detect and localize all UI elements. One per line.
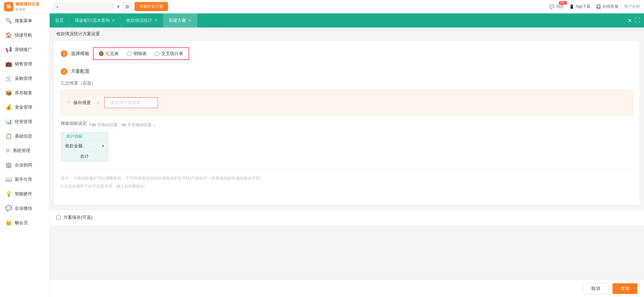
sidebar-item-system[interactable]: ⚙ 系统管理 — [0, 143, 49, 158]
dropdown-icon[interactable]: ▾ — [117, 3, 120, 10]
metric-dropdown-icon[interactable]: ▾ — [102, 144, 104, 148]
tab-bank-flow-close[interactable]: ✕ — [112, 18, 115, 23]
sidebar-item-inventory[interactable]: 📦 库存核算 — [0, 86, 49, 100]
sidebar-item-search[interactable]: 🔍 搜索菜单 — [0, 13, 49, 28]
arrow-icon: → — [95, 100, 100, 106]
footer-bar: 取消 查询 — [50, 280, 644, 297]
tab-bank-flow[interactable]: 现金银行流水查询 ✕ — [69, 13, 121, 28]
management-icon: 📊 — [5, 118, 12, 125]
service-icon: 🎧 — [596, 4, 601, 9]
gear-button[interactable]: ⚙ — [122, 2, 132, 11]
page-title: 收款情况统计方案设置 — [50, 28, 644, 40]
radio-cross-label: 交叉统计表 — [161, 51, 183, 57]
sidebar-item-wechat[interactable]: 💬 企业微信 — [0, 201, 49, 215]
top-header: 畅 畅捷通好生意 标准版 ▸ ▾ ⚙ 体验行业方案 💬 消息 99+ 📱 App… — [0, 0, 644, 13]
draggable-toggle — [91, 123, 96, 126]
save-checkbox[interactable] — [56, 215, 61, 220]
tab-collection-stats-close[interactable]: ✕ — [154, 18, 158, 23]
sidebar-label-home: 快捷导航 — [15, 32, 32, 38]
enterprise-icon: 🏢 — [5, 162, 12, 168]
app-download-button[interactable]: 📱 App下载 — [569, 4, 591, 9]
sidebar-item-finance[interactable]: 💰 资金管理 — [0, 100, 49, 114]
trial-button[interactable]: 体验行业方案 — [135, 2, 168, 11]
sidebar-item-enterprise[interactable]: 🏢 企业协同 — [0, 158, 49, 172]
sidebar-item-purchase[interactable]: 🛒 采购管理 — [0, 71, 49, 86]
radio-summary-input[interactable] — [99, 51, 104, 56]
member-icon: 👑 — [5, 219, 12, 226]
sidebar-item-management[interactable]: 📊 经营管理 — [0, 114, 49, 129]
sidebar-label-search: 搜索菜单 — [15, 18, 32, 24]
hardware-icon: 💡 — [5, 191, 12, 197]
sidebar-item-basic-info[interactable]: 📋 基础信息 — [0, 129, 49, 143]
vertical-dimension-label: 纵向维度 — [73, 100, 91, 106]
metrics-table: 统计指标 收款金额 ▾ 合计 — [61, 132, 108, 162]
app-icon: 📱 — [569, 4, 574, 9]
fixed-toggle — [121, 123, 126, 126]
sidebar-item-guide[interactable]: 📖 新手引导 — [0, 172, 49, 187]
tab-home[interactable]: 首页 — [50, 13, 69, 28]
hint-fixed: 不可拖动位置 — [127, 122, 152, 128]
metric-item-collection[interactable]: 收款金额 ▾ — [61, 141, 108, 151]
sidebar-label-sales: 销售管理 — [15, 61, 32, 67]
step2-title: 方案配置 — [71, 68, 90, 75]
logo-icon: 畅 — [4, 2, 13, 11]
metric-name-collection: 收款金额 — [65, 143, 83, 149]
home-icon: 🏠 — [5, 32, 12, 38]
tips-line1: 提示： 1.拖动标题栏可以调整布局，不可跨维度或指标区域拖动栏目字段(只能在同一… — [61, 174, 633, 182]
radio-summary-label: 汇总表 — [106, 51, 119, 57]
radio-summary[interactable]: 汇总表 — [99, 51, 119, 57]
dimension-section-label: 汇总维度（必选） — [61, 80, 633, 86]
tab-expand-icon[interactable]: ⛶ — [635, 17, 640, 23]
marketing-icon: 📢 — [5, 46, 12, 53]
logo-name: 畅捷通好生意 — [15, 1, 40, 7]
notification-button[interactable]: 💬 消息 99+ — [549, 4, 564, 9]
purchase-icon: 🛒 — [5, 75, 12, 82]
step2-number: 2 — [61, 68, 67, 75]
radio-detail-label: 明细表 — [133, 51, 147, 57]
sidebar-item-marketing[interactable]: 📢 营销推广 — [0, 42, 49, 57]
sidebar-item-sales[interactable]: 💼 销售管理 — [0, 57, 49, 71]
metric-total: 合计 — [61, 151, 108, 161]
step1-section: 1 选择模板 汇总表 明细表 — [61, 47, 633, 60]
finance-icon: 💰 — [5, 104, 12, 110]
guide-icon: 📖 — [5, 176, 12, 183]
app-download-label: App下载 — [576, 4, 591, 9]
sidebar-label-management: 经营管理 — [15, 119, 32, 125]
tab-new-plan-close[interactable]: ✕ — [188, 18, 192, 23]
sidebar-label-inventory: 库存核算 — [15, 90, 32, 96]
basic-info-icon: 📋 — [5, 133, 12, 139]
cancel-button[interactable]: 取消 — [583, 283, 608, 294]
query-button[interactable]: 查询 — [612, 283, 637, 294]
online-service-button[interactable]: 🎧 在线客服 — [596, 4, 619, 9]
radio-cross-input[interactable] — [155, 51, 159, 56]
template-options: 汇总表 明细表 交叉统计表 — [93, 47, 189, 60]
user-name: 用户名称 — [624, 4, 640, 9]
radio-cross[interactable]: 交叉统计表 — [155, 51, 183, 57]
sidebar-label-basic-info: 基础信息 — [15, 133, 32, 139]
hint-close: ） — [153, 122, 157, 128]
sidebar-label-guide: 新手引导 — [15, 177, 32, 183]
header-middle: ▸ ▾ ⚙ 体验行业方案 — [54, 2, 549, 11]
page-content: 收款情况统计方案设置 1 选择模板 汇总表 — [50, 28, 644, 280]
notification-badge: 99+ — [559, 1, 567, 5]
tips-line2: 2.点击标题栏下拉可设置排序、插入列和删除列 — [61, 182, 633, 190]
header-right: 💬 消息 99+ 📱 App下载 🎧 在线客服 用户名称 — [549, 4, 640, 9]
tab-new-plan[interactable]: 新建方案 ✕ — [163, 13, 197, 28]
sidebar-item-hardware[interactable]: 💡 智能硬件 — [0, 187, 49, 201]
tab-close-all-icon[interactable]: ✕ — [628, 17, 632, 24]
radio-detail-input[interactable] — [127, 51, 131, 56]
dimension-row: * 纵向维度 → 请选择分组维度 — [68, 97, 626, 108]
tab-bar: 首页 现金银行流水查询 ✕ 收款情况统计 ✕ 新建方案 ✕ ✕ ⛶ — [50, 13, 644, 28]
system-icon: ⚙ — [5, 147, 10, 154]
sidebar-item-home[interactable]: 🏠 快捷导航 — [0, 28, 49, 42]
sidebar-item-member[interactable]: 👑 畅会员 — [0, 215, 49, 230]
save-area: 方案保存(可选) — [50, 209, 644, 225]
sidebar-label-system: 系统管理 — [13, 148, 30, 154]
tab-bar-actions: ✕ ⛶ — [624, 13, 644, 28]
dimension-select[interactable]: 请选择分组维度 — [104, 97, 158, 108]
tab-collection-stats-label: 收款情况统计 — [126, 17, 152, 23]
inventory-icon: 📦 — [5, 90, 12, 96]
hint-draggable: 可拖动位置 — [97, 122, 117, 128]
radio-detail[interactable]: 明细表 — [127, 51, 147, 57]
tab-collection-stats[interactable]: 收款情况统计 ✕ — [121, 13, 163, 28]
